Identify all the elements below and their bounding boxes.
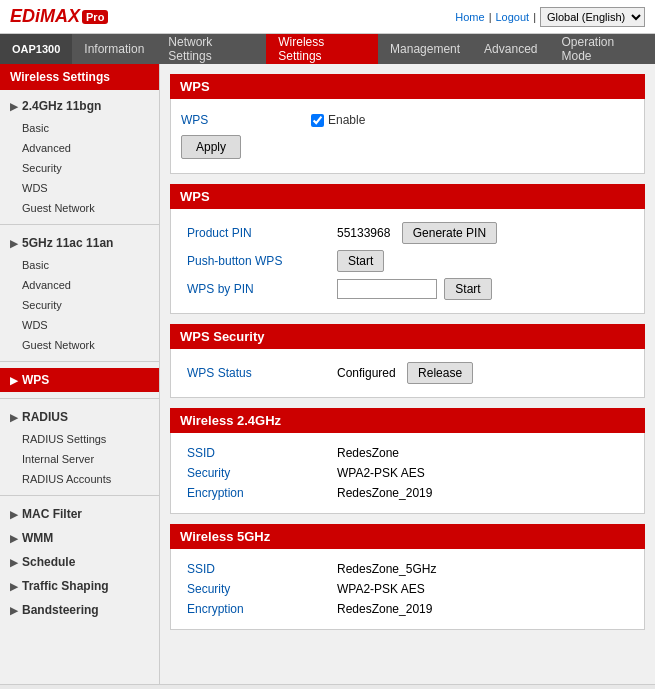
release-button[interactable]: Release (407, 362, 473, 384)
sidebar-title: Wireless Settings (0, 64, 159, 90)
sidebar-item-5-wds[interactable]: WDS (0, 315, 159, 335)
wps-pin-section: WPS Product PIN 55133968 Generate PIN Pu… (170, 184, 645, 314)
footer: Copyright 2017 © EDIMAX Technology Co., … (0, 684, 655, 689)
wireless-24-body: SSID RedesZone Security WPA2-PSK AES Enc… (170, 433, 645, 514)
sidebar-group-24ghz[interactable]: ▶ 2.4GHz 11bgn (0, 94, 159, 118)
arrow-icon-5: ▶ (10, 238, 18, 249)
sidebar-item-5-security[interactable]: Security (0, 295, 159, 315)
24-encryption-label: Encryption (181, 483, 331, 503)
sidebar-divider-2 (0, 361, 159, 362)
arrow-icon-wps: ▶ (10, 375, 18, 386)
apply-button[interactable]: Apply (181, 135, 241, 159)
sidebar-group-bandsteering[interactable]: ▶ Bandsteering (0, 598, 159, 622)
wps-label: WPS (181, 113, 311, 127)
sidebar-item-radius-settings[interactable]: RADIUS Settings (0, 429, 159, 449)
arrow-icon-schedule: ▶ (10, 557, 18, 568)
sidebar-divider-4 (0, 495, 159, 496)
sidebar-item-24-security[interactable]: Security (0, 158, 159, 178)
sidebar-group-traffic-shaping[interactable]: ▶ Traffic Shaping (0, 574, 159, 598)
push-button-cell: Start (331, 247, 634, 275)
wireless-24-header: Wireless 2.4GHz (170, 408, 645, 433)
main-layout: Wireless Settings ▶ 2.4GHz 11bgn Basic A… (0, 64, 655, 684)
nav-items: Information Network Settings Wireless Se… (72, 34, 655, 64)
sidebar-divider (0, 224, 159, 225)
wps-pin-input[interactable] (337, 279, 437, 299)
sidebar-group-schedule[interactable]: ▶ Schedule (0, 550, 159, 574)
wps-security-table: WPS Status Configured Release (181, 359, 634, 387)
sidebar-item-5-advanced[interactable]: Advanced (0, 275, 159, 295)
sidebar-group-5ghz[interactable]: ▶ 5GHz 11ac 11an (0, 231, 159, 255)
5-ssid-label: SSID (181, 559, 331, 579)
generate-pin-button[interactable]: Generate PIN (402, 222, 497, 244)
apply-row: Apply (181, 131, 634, 163)
sidebar-item-24-guest-network[interactable]: Guest Network (0, 198, 159, 218)
home-link[interactable]: Home (455, 11, 484, 23)
start-button-1[interactable]: Start (337, 250, 384, 272)
sidebar-item-24-basic[interactable]: Basic (0, 118, 159, 138)
sidebar-standalone: ▶ MAC Filter ▶ WMM ▶ Schedule ▶ Traffic … (0, 498, 159, 626)
wps-pin-body: Product PIN 55133968 Generate PIN Push-b… (170, 209, 645, 314)
sidebar-item-5-basic[interactable]: Basic (0, 255, 159, 275)
wps-security-body: WPS Status Configured Release (170, 349, 645, 398)
content: WPS WPS Enable Apply WPS Product PIN (160, 64, 655, 684)
wps-security-header: WPS Security (170, 324, 645, 349)
sidebar-group-mac-filter[interactable]: ▶ MAC Filter (0, 502, 159, 526)
5-security-row: Security WPA2-PSK AES (181, 579, 634, 599)
wireless-24-table: SSID RedesZone Security WPA2-PSK AES Enc… (181, 443, 634, 503)
sidebar-traffic-shaping-label: Traffic Shaping (22, 579, 109, 593)
logo-text: EDiMAX (10, 6, 80, 27)
wps-by-pin-cell: Start (331, 275, 634, 303)
nav-management[interactable]: Management (378, 34, 472, 64)
sidebar-divider-3 (0, 398, 159, 399)
wps-pin-table: Product PIN 55133968 Generate PIN Push-b… (181, 219, 634, 303)
sidebar-section-24ghz: ▶ 2.4GHz 11bgn Basic Advanced Security W… (0, 90, 159, 222)
wps-status-label: WPS Status (181, 359, 331, 387)
sidebar-item-5-guest-network[interactable]: Guest Network (0, 335, 159, 355)
language-select[interactable]: Global (English) Chinese Spanish (540, 7, 645, 27)
logout-link[interactable]: Logout (495, 11, 529, 23)
wps-by-pin-row: WPS by PIN Start (181, 275, 634, 303)
nav-model: OAP1300 (0, 34, 72, 64)
start-button-2[interactable]: Start (444, 278, 491, 300)
wireless-5-body: SSID RedesZone_5GHz Security WPA2-PSK AE… (170, 549, 645, 630)
sidebar-item-24-wds[interactable]: WDS (0, 178, 159, 198)
sidebar-section-5ghz: ▶ 5GHz 11ac 11an Basic Advanced Security… (0, 227, 159, 359)
header-right: Home | Logout | Global (English) Chinese… (455, 7, 645, 27)
nav-network-settings[interactable]: Network Settings (156, 34, 266, 64)
wps-status-cell: Configured Release (331, 359, 634, 387)
nav-wireless-settings[interactable]: Wireless Settings (266, 34, 378, 64)
24-encryption-value: RedesZone_2019 (331, 483, 634, 503)
wps-status-value: Configured (337, 366, 396, 380)
product-pin-label: Product PIN (181, 219, 331, 247)
sidebar-bandsteering-label: Bandsteering (22, 603, 99, 617)
product-pin-row: Product PIN 55133968 Generate PIN (181, 219, 634, 247)
sidebar-group-radius[interactable]: ▶ RADIUS (0, 405, 159, 429)
5-ssid-row: SSID RedesZone_5GHz (181, 559, 634, 579)
sidebar-group-label: 2.4GHz 11bgn (22, 99, 101, 113)
5-security-value: WPA2-PSK AES (331, 579, 634, 599)
nav-advanced[interactable]: Advanced (472, 34, 549, 64)
wps-enable-checkbox[interactable] (311, 114, 324, 127)
nav-information[interactable]: Information (72, 34, 156, 64)
sidebar-item-24-advanced[interactable]: Advanced (0, 138, 159, 158)
24-security-row: Security WPA2-PSK AES (181, 463, 634, 483)
header: EDiMAX Pro Home | Logout | Global (Engli… (0, 0, 655, 34)
arrow-icon-traffic: ▶ (10, 581, 18, 592)
sidebar-item-radius-accounts[interactable]: RADIUS Accounts (0, 469, 159, 489)
sidebar-group-wps[interactable]: ▶ WPS (0, 368, 159, 392)
24-encryption-row: Encryption RedesZone_2019 (181, 483, 634, 503)
product-pin-value: 55133968 Generate PIN (331, 219, 634, 247)
arrow-icon: ▶ (10, 101, 18, 112)
wps-top-body: WPS Enable Apply (170, 99, 645, 174)
wireless-5-table: SSID RedesZone_5GHz Security WPA2-PSK AE… (181, 559, 634, 619)
arrow-icon-band: ▶ (10, 605, 18, 616)
sidebar-item-internal-server[interactable]: Internal Server (0, 449, 159, 469)
sidebar-wmm-label: WMM (22, 531, 53, 545)
sidebar: Wireless Settings ▶ 2.4GHz 11bgn Basic A… (0, 64, 160, 684)
push-button-label: Push-button WPS (181, 247, 331, 275)
sidebar-group-wmm[interactable]: ▶ WMM (0, 526, 159, 550)
product-pin-number: 55133968 (337, 226, 390, 240)
24-ssid-label: SSID (181, 443, 331, 463)
nav-operation-mode[interactable]: Operation Mode (549, 34, 655, 64)
24-security-label: Security (181, 463, 331, 483)
